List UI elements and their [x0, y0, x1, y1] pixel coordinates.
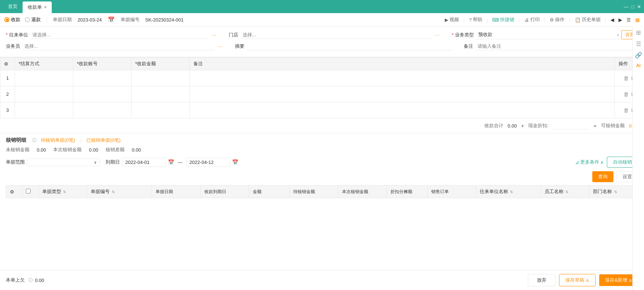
date-to-cal-icon[interactable]: 📅 — [232, 159, 238, 165]
th-hx-gear[interactable]: ⚙ — [6, 185, 22, 198]
toolbar-shortcut[interactable]: ⌨ 快捷键 — [492, 16, 514, 23]
minimize-icon[interactable]: — — [624, 4, 628, 9]
row-2-settlement[interactable] — [15, 86, 73, 102]
toolbar-right: ▶ 视频 | ? 帮助 | ⌨ 快捷键 | 🖨 打印 | ⚙ 操作 — [445, 16, 640, 23]
salesperson-input[interactable] — [22, 42, 215, 50]
save-draft-btn[interactable]: 保存草稿 ∧ — [559, 274, 596, 286]
business-type-select[interactable]: 预收款 ∨ — [476, 30, 621, 39]
sidebar-table-icon[interactable]: ⊞ — [636, 29, 641, 36]
toolbar-history[interactable]: 📋 历史单据 — [575, 16, 601, 23]
store-input[interactable] — [240, 31, 431, 39]
tab-home[interactable]: 首页 — [3, 0, 23, 13]
counterpart-input[interactable] — [30, 31, 209, 39]
sidebar-attach-icon[interactable]: 🔗 — [635, 52, 642, 59]
th-gear[interactable]: ⚙ — [0, 58, 15, 70]
date-from-cal-icon[interactable]: 📅 — [168, 159, 174, 165]
calendar-icon[interactable]: 📅 — [108, 16, 115, 23]
toolbar-print[interactable]: 🖨 打印 — [525, 16, 540, 23]
hx-info-icon[interactable]: ⓘ — [32, 137, 36, 144]
radio-collect[interactable]: 收款 — [4, 16, 20, 23]
date-value: 2023-03-24 — [78, 17, 102, 23]
employee-sort-icon[interactable]: ⇅ — [565, 190, 568, 194]
bottom-info-icon[interactable]: ⓘ — [28, 277, 33, 283]
date-to-input[interactable] — [186, 158, 230, 167]
row-2-remark[interactable] — [190, 86, 615, 102]
th-hx-check[interactable] — [22, 185, 38, 198]
radio-group: 收款 退款 — [4, 16, 41, 23]
shortcut-icon: ⌨ — [492, 17, 499, 23]
counterpart-more-btn[interactable]: ··· — [211, 32, 218, 38]
row-3-account[interactable] — [73, 102, 131, 118]
row-1-remark[interactable] — [190, 70, 615, 86]
radio-collect-circle — [4, 17, 9, 22]
dept-sort-icon[interactable]: ⇅ — [614, 190, 617, 194]
store-field: 门店 ··· — [229, 31, 441, 39]
query-btn[interactable]: 查询 — [592, 171, 613, 182]
nav-prev-icon[interactable]: ◀ — [610, 17, 614, 23]
table-row: 3 🗑 ⧉ — [0, 102, 644, 118]
close-icon[interactable]: ✕ — [637, 4, 641, 9]
summary-field: 摘要 — [235, 42, 453, 50]
row-2-account[interactable] — [73, 86, 131, 102]
range-select[interactable]: ∨ — [27, 158, 100, 166]
hx-tab-completed[interactable]: 已核销单据(0笔) — [86, 137, 121, 144]
bottom-bar: 本单上欠 ⓘ 0.00 放弃 保存草稿 ∧ 保存&新增 ∧ — [0, 270, 644, 290]
counterpart-sort-icon[interactable]: ⇅ — [510, 190, 513, 194]
hx-tab-pending[interactable]: 待核销单据(0笔) — [41, 137, 75, 144]
form-area: 往来单位 ··· 门店 ··· 业务类型 预收款 ∨ 设置 — [0, 27, 644, 57]
business-type-field: 业务类型 预收款 ∨ — [452, 30, 621, 39]
number-value: SK-20230324-001 — [145, 17, 184, 23]
summary-input[interactable] — [247, 42, 453, 50]
tab-close-icon[interactable]: × — [44, 5, 47, 10]
row-3-amount[interactable] — [131, 102, 190, 118]
row-1-num: 1 — [0, 70, 15, 86]
th-hx-duedate: 收款到期日 — [200, 185, 249, 198]
discount-input[interactable] — [553, 122, 589, 129]
radio-refund[interactable]: 退款 — [25, 16, 41, 23]
hist-icon: 📋 — [575, 17, 581, 23]
nav-next-icon[interactable]: ▶ — [619, 17, 622, 23]
main-table: ⚙ *结算方式 *收款账号 *收款金额 备注 操作 1 — [0, 57, 644, 118]
more-filter-btn[interactable]: ⊿ 更多条件 ∧ — [575, 159, 604, 165]
op-icon: ⚙ — [550, 17, 554, 23]
toolbar-help[interactable]: ? 帮助 — [469, 16, 482, 23]
tab-home-label: 首页 — [8, 3, 17, 10]
right-sidebar: ⊞ ☰ 🔗 Ai — [632, 26, 644, 290]
radio-collect-inner — [6, 19, 8, 21]
row-2-amount[interactable] — [131, 86, 190, 102]
select-all-checkbox[interactable] — [26, 189, 31, 193]
diff-label: 核销差额 — [106, 146, 125, 153]
row-1-amount[interactable] — [131, 70, 190, 86]
type-sort-icon[interactable]: ⇅ — [63, 190, 66, 194]
toolbar-video[interactable]: ▶ 视频 — [445, 16, 459, 23]
main-content: ⊞ ☰ 🔗 Ai 收款 退款 单据日期 2023-03-24 📅 单据编号 SK… — [0, 13, 644, 290]
store-more-btn[interactable]: ··· — [434, 32, 441, 38]
list-view-icon[interactable]: ☰ — [627, 17, 631, 23]
number-sort-icon[interactable]: ⇅ — [112, 190, 115, 194]
row-2-num: 2 — [0, 86, 15, 102]
date-from-input[interactable] — [122, 158, 166, 167]
hx-section: 核销明细 ⓘ 待核销单据(0笔) | 已核销单据(0笔) 未核销金额 0.00 … — [0, 133, 644, 270]
tab-active-label: 收款单 — [28, 4, 42, 11]
top-toolbar: 收款 退款 单据日期 2023-03-24 📅 单据编号 SK-20230324… — [0, 13, 644, 27]
row-2-delete-icon[interactable]: 🗑 — [624, 91, 629, 98]
current-hx-label: 本次核销金额 — [53, 146, 82, 153]
row-1-account[interactable] — [73, 70, 131, 86]
row-1-delete-icon[interactable]: 🗑 — [624, 75, 629, 82]
radio-collect-label: 收款 — [11, 16, 20, 23]
toolbar-operations[interactable]: ⚙ 操作 — [550, 16, 565, 23]
row-1-settlement[interactable] — [15, 70, 73, 86]
discard-btn[interactable]: 放弃 — [528, 274, 555, 286]
hx-title: 核销明细 — [6, 137, 26, 144]
grid-view-icon[interactable]: ▦ — [635, 17, 640, 23]
restore-icon[interactable]: □ — [631, 4, 634, 9]
tab-active[interactable]: 收款单 × — [23, 1, 52, 13]
hx-filter: 单据范围 ∨ 到期日 📅 — 📅 ⊿ — [6, 157, 638, 168]
sidebar-form-icon[interactable]: ☰ — [636, 40, 641, 47]
salesperson-more-btn[interactable]: ··· — [217, 43, 224, 49]
row-3-settlement[interactable] — [15, 102, 73, 118]
row-3-remark[interactable] — [190, 102, 615, 118]
remark-input[interactable] — [475, 42, 638, 50]
row-3-delete-icon[interactable]: 🗑 — [624, 107, 629, 114]
sidebar-ai-icon[interactable]: Ai — [636, 63, 641, 68]
